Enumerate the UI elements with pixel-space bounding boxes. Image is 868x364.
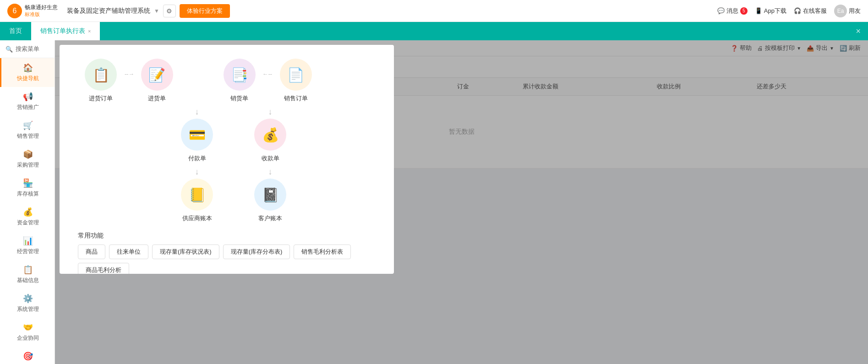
sidebar-item-inventory[interactable]: 🏪 库存核算 (0, 174, 55, 202)
basic-info-icon: 📋 (23, 265, 33, 275)
sales-order-tab-close[interactable]: × (88, 28, 91, 34)
message-badge: 5 (740, 7, 748, 15)
supplier-account-icon: 📒 (189, 187, 206, 203)
modal-box: 📋 进货订单 - - → 📝 进货单 (60, 45, 394, 274)
sales-bill-icon: 📑 (231, 67, 248, 83)
system-icon: ⚙️ (23, 293, 33, 304)
tab-home[interactable]: 首页 (0, 22, 31, 40)
purchase-order-label: 进货订单 (89, 94, 113, 103)
content-area: ❓ 帮助 🖨 按模板打印 ▼ 📤 导出 ▼ 🔄 刷新 📅 📅 (55, 40, 868, 364)
online-service-icon: 🎧 (794, 7, 801, 14)
logo-text: 畅康通好生意 标准版 (25, 4, 58, 18)
user-profile[interactable]: Ea 用友 (834, 5, 861, 17)
header-right: 💬 消息 5 📱 App下载 🎧 在线客服 Ea 用友 (717, 5, 861, 17)
flow-node-purchase-bill[interactable]: 📝 进货单 (134, 59, 180, 103)
cf-buttons-row1: 商品 往来单位 现存量(库存状况表) 现存量(库存分布表) 销售毛利分析表 商品… (78, 244, 376, 274)
receipt-label: 收款单 (262, 154, 279, 163)
system-title-text: 装备及固定资产辅助管理系统 (67, 7, 150, 15)
nav-tabs: 首页 销售订单执行表 × × (0, 22, 868, 40)
inventory-icon: 🏪 (23, 178, 33, 188)
arrow-purchase-to-bill: - - → (125, 71, 133, 77)
tab-sales-order[interactable]: 销售订单执行表 × (31, 22, 100, 40)
purchase-bill-icon: 📝 (148, 67, 165, 83)
flow-node-payment[interactable]: 💳 付款单 (174, 119, 220, 163)
settings-gear-button[interactable]: ⚙ (163, 5, 176, 17)
arrow-down-customer: ↓ (254, 167, 286, 177)
newbie-icon: 🎯 (23, 351, 33, 361)
supplier-account-label: 供应商账本 (182, 214, 212, 223)
modal-overlay[interactable]: 📋 进货订单 - - → 📝 进货单 (55, 40, 868, 364)
sidebar-item-sales[interactable]: 🛒 销售管理 (0, 116, 55, 145)
arrow-down-payment: ↓ (181, 107, 213, 117)
cf-btn-product-margin[interactable]: 商品毛利分析 (78, 263, 129, 274)
arrow-sales-order-to-bill: - - → (263, 71, 272, 77)
sidebar-item-purchase[interactable]: 📦 采购管理 (0, 145, 55, 174)
cf-btn-sales-margin[interactable]: 销售毛利分析表 (294, 244, 351, 259)
cf-btn-stock-dist[interactable]: 现存量(库存分布表) (223, 244, 290, 259)
close-window-button[interactable]: × (848, 22, 868, 40)
arrow-down-receipt: ↓ (254, 107, 286, 117)
marketing-icon: 📢 (23, 92, 33, 102)
sales-order-label: 销售订单 (284, 94, 308, 103)
flow-node-purchase-order[interactable]: 📋 进货订单 (78, 59, 124, 103)
cf-btn-product[interactable]: 商品 (78, 244, 105, 259)
receipt-icon: 💰 (262, 127, 279, 143)
trial-button[interactable]: 体验行业方案 (180, 4, 230, 18)
sales-bill-label: 销货单 (230, 94, 248, 103)
flow-node-receipt[interactable]: 💰 收款单 (247, 119, 293, 163)
flow-node-sales-order[interactable]: 📄 销售订单 (273, 59, 319, 103)
system-title-area: 装备及固定资产辅助管理系统 ▼ ⚙ 体验行业方案 (62, 4, 717, 18)
sidebar-item-finance[interactable]: 💰 资金管理 (0, 202, 55, 231)
main-layout: 🔍 搜索菜单 🏠 快捷导航 📢 营销推广 🛒 销售管理 📦 采购管理 🏪 库存核… (0, 40, 868, 364)
flow-node-customer-account[interactable]: 📓 客户账本 (247, 179, 293, 223)
app-download-icon: 📱 (755, 7, 762, 14)
search-menu-item[interactable]: 🔍 搜索菜单 (0, 40, 55, 58)
logo-area: 6 畅康通好生意 标准版 (7, 4, 62, 18)
home-tab-label: 首页 (9, 27, 22, 35)
purchase-order-icon: 📋 (93, 67, 109, 83)
message-icon: 💬 (717, 7, 725, 14)
flow-node-sales-bill[interactable]: 📑 销货单 (217, 59, 262, 103)
sidebar-item-operation[interactable]: 📊 经营管理 (0, 231, 55, 260)
purchase-bill-label: 进货单 (148, 94, 166, 103)
sales-order-icon: 📄 (287, 67, 304, 83)
purchase-icon: 📦 (23, 149, 33, 159)
app-download-button[interactable]: 📱 App下载 (755, 7, 786, 15)
sidebar-item-basic-info[interactable]: 📋 基础信息 (0, 260, 55, 289)
message-button[interactable]: 💬 消息 5 (717, 7, 748, 15)
sales-icon: 🛒 (23, 120, 33, 130)
cf-btn-partner[interactable]: 往来单位 (109, 244, 148, 259)
sidebar: 🔍 搜索菜单 🏠 快捷导航 📢 营销推广 🛒 销售管理 📦 采购管理 🏪 库存核… (0, 40, 55, 364)
sidebar-item-marketing[interactable]: 📢 营销推广 (0, 87, 55, 116)
sales-order-tab-label: 销售订单执行表 (40, 27, 85, 35)
online-service-button[interactable]: 🎧 在线客服 (794, 7, 827, 15)
logo-icon: 6 (7, 4, 22, 18)
avatar: Ea (834, 5, 847, 17)
customer-account-icon: 📓 (262, 187, 279, 203)
sidebar-item-newbie[interactable]: 🎯 新手引导 (0, 347, 55, 364)
search-icon: 🔍 (5, 46, 13, 53)
payment-label: 付款单 (188, 154, 206, 163)
operation-icon: 📊 (23, 236, 33, 246)
enterprise-icon: 🤝 (23, 322, 33, 332)
sidebar-item-quick-nav[interactable]: 🏠 快捷导航 (0, 58, 55, 87)
sidebar-item-system[interactable]: ⚙️ 系统管理 (0, 289, 55, 318)
cf-btn-stock-status[interactable]: 现存量(库存状况表) (152, 244, 219, 259)
sidebar-item-enterprise[interactable]: 🤝 企业协同 (0, 318, 55, 347)
quick-nav-icon: 🏠 (23, 63, 33, 73)
cf-title: 常用功能 (78, 232, 376, 240)
flow-node-supplier-account[interactable]: 📒 供应商账本 (174, 179, 220, 223)
payment-icon: 💳 (189, 127, 206, 143)
common-functions: 常用功能 商品 往来单位 现存量(库存状况表) 现存量(库存分布表) 销售毛利分… (78, 232, 376, 274)
finance-icon: 💰 (23, 207, 33, 217)
arrow-down-supplier: ↓ (181, 167, 213, 177)
customer-account-label: 客户账本 (258, 214, 282, 223)
top-header: 6 畅康通好生意 标准版 装备及固定资产辅助管理系统 ▼ ⚙ 体验行业方案 💬 … (0, 0, 868, 22)
system-dropdown-arrow[interactable]: ▼ (154, 8, 159, 14)
